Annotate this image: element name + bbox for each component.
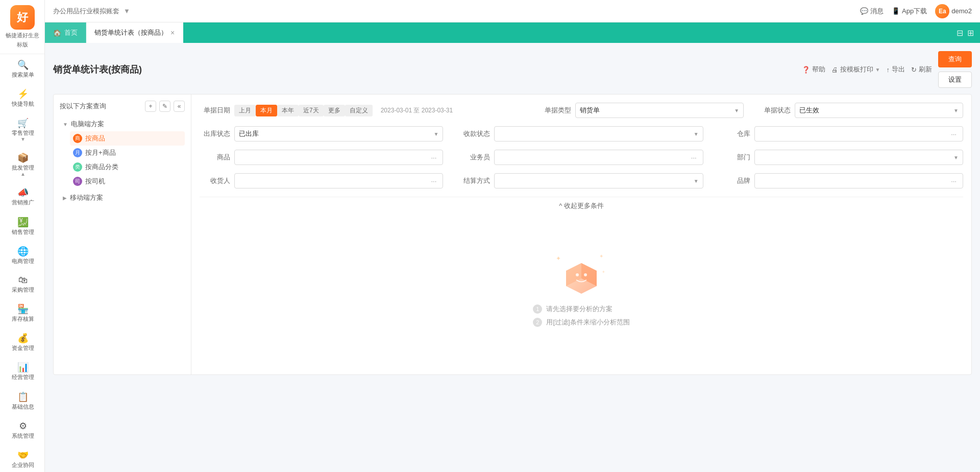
- sidebar-item-marketing[interactable]: 📣 营销推广: [0, 182, 44, 211]
- date-btn-7days[interactable]: 近7天: [299, 105, 324, 116]
- salesperson-select[interactable]: ···: [494, 150, 703, 165]
- filter-warehouse-status-field: 出库状态 已出库 ▼: [200, 126, 443, 141]
- refresh-btn[interactable]: ↻ 刷新: [911, 65, 932, 74]
- add-icon: +: [149, 103, 152, 110]
- refresh-icon: ↻: [911, 66, 917, 74]
- print-label: 按模板打印: [840, 65, 873, 74]
- warehouse-select[interactable]: 已出库 ▼: [234, 126, 443, 141]
- step-2-number: 2: [533, 318, 542, 327]
- status-select[interactable]: 已生效 ▼: [795, 103, 963, 118]
- export-icon: ↑: [887, 66, 890, 74]
- finance-icon: 💰: [17, 333, 29, 344]
- date-btn-this-year[interactable]: 本年: [277, 105, 299, 116]
- basic-icon: 📋: [17, 391, 29, 403]
- sidebar-label-finance: 资金管理: [12, 345, 34, 351]
- settle-select[interactable]: ▼: [494, 173, 703, 188]
- tab-maximize-btn[interactable]: ⊞: [967, 28, 974, 38]
- marketing-icon: 📣: [17, 187, 29, 198]
- export-btn[interactable]: ↑ 导出: [887, 65, 905, 74]
- storage-select[interactable]: ···: [754, 126, 963, 141]
- help-btn[interactable]: ❓ 帮助: [802, 65, 825, 74]
- print-btn[interactable]: 🖨 按模板打印 ▼: [831, 65, 880, 74]
- tree-parent-mobile[interactable]: ▶ 移动端方案: [60, 191, 185, 205]
- tab-home[interactable]: 🏠 首页: [45, 22, 86, 43]
- empty-state: ✦ ✦ ✦ 1 请先选择要分析的方案 2: [200, 215, 963, 362]
- product-select[interactable]: ···: [234, 150, 443, 165]
- inventory-icon: 🏪: [17, 303, 29, 315]
- by-category-icon: 类: [73, 162, 82, 172]
- filter-panel-header: 按以下方案查询 + ✎ «: [60, 101, 185, 112]
- sidebar-item-quick[interactable]: ⚡ 快捷导航: [0, 83, 44, 112]
- sidebar-item-sales[interactable]: 💹 销售管理: [0, 211, 44, 241]
- receiver-select[interactable]: ···: [234, 173, 443, 188]
- filter-collapse-btn[interactable]: «: [174, 101, 185, 112]
- tree-child-by-product[interactable]: 商 按商品: [70, 131, 185, 146]
- tab-minimize-btn[interactable]: ⊟: [957, 28, 963, 38]
- tree-child-by-category[interactable]: 类 按商品分类: [70, 160, 185, 174]
- messages-btn[interactable]: 💬 消息: [860, 7, 884, 16]
- sidebar-label-marketing: 营销推广: [12, 199, 34, 206]
- storage-dots[interactable]: ···: [949, 130, 959, 138]
- brand-select[interactable]: ···: [754, 173, 963, 188]
- filter-edit-btn[interactable]: ✎: [159, 101, 170, 112]
- page-title: 销货单统计表(按商品): [53, 63, 142, 76]
- filter-status-field: 单据状态 已生效 ▼: [760, 103, 963, 118]
- product-label: 商品: [200, 153, 230, 162]
- department-label: 部门: [720, 153, 750, 162]
- page-inner: 销货单统计表(按商品) ❓ 帮助 🖨 按模板打印 ▼ ↑ 导出: [45, 43, 980, 383]
- sidebar-item-inventory[interactable]: 🏪 库存核算: [0, 298, 44, 327]
- sidebar-item-system[interactable]: ⚙ 系统管理: [0, 415, 44, 444]
- type-arrow: ▼: [734, 108, 739, 113]
- sidebar-item-basic[interactable]: 📋 基础信息: [0, 386, 44, 415]
- brand-dots[interactable]: ···: [949, 177, 959, 185]
- header-right: 💬 消息 📱 App下载 Ea demo2: [860, 4, 972, 18]
- department-select[interactable]: ▼: [754, 150, 963, 165]
- collapse-bar[interactable]: ^ 收起更多条件: [200, 197, 963, 215]
- tree-parent-desktop[interactable]: ▼ 电脑端方案: [60, 117, 185, 131]
- date-btn-last-month[interactable]: 上月: [234, 105, 256, 116]
- tab-close-btn[interactable]: ×: [170, 29, 175, 37]
- date-btn-more[interactable]: 更多: [324, 105, 345, 116]
- warehouse-label: 出库状态: [200, 129, 230, 138]
- page-actions: ❓ 帮助 🖨 按模板打印 ▼ ↑ 导出 ↻ 刷新: [802, 51, 972, 88]
- by-category-label: 按商品分类: [85, 162, 118, 172]
- search-nav-icon: 🔍: [17, 59, 29, 70]
- filter-add-btn[interactable]: +: [145, 101, 156, 112]
- tree-child-by-month-product[interactable]: 月 按月+商品: [70, 146, 185, 160]
- app-download-btn[interactable]: 📱 App下载: [892, 7, 927, 16]
- receiver-label: 收货人: [200, 176, 230, 185]
- date-btn-this-month[interactable]: 本月: [256, 105, 277, 116]
- two-panel: 按以下方案查询 + ✎ «: [53, 94, 972, 375]
- date-btn-custom[interactable]: 自定义: [345, 105, 373, 116]
- export-label: 导出: [892, 65, 905, 74]
- warehouse-arrow: ▼: [433, 131, 438, 137]
- header-dropdown-icon[interactable]: ▼: [124, 7, 130, 15]
- sidebar-item-ecommerce[interactable]: 🌐 电商管理: [0, 241, 44, 270]
- query-button[interactable]: 查询: [938, 51, 972, 67]
- tab-report[interactable]: 销货单统计表（按商品） ×: [86, 22, 183, 43]
- settings-button[interactable]: 设置: [938, 72, 972, 88]
- sidebar: 好 畅捷通好生意 标版 🔍 搜索菜单 ⚡ 快捷导航 🛒 零售管理 ▼ 📦 批发管…: [0, 0, 45, 472]
- tree-child-by-cashier[interactable]: 司 按司机: [70, 174, 185, 188]
- sidebar-item-retail[interactable]: 🛒 零售管理 ▼: [0, 112, 44, 147]
- sidebar-item-enterprise[interactable]: 🤝 企业协同: [0, 444, 44, 472]
- product-dots[interactable]: ···: [429, 154, 438, 161]
- salesperson-dots[interactable]: ···: [689, 154, 699, 161]
- step-1-text: 请先选择要分析的方案: [546, 304, 612, 314]
- phone-icon: 📱: [892, 7, 900, 15]
- collapse-icon: «: [178, 103, 181, 110]
- logo-text: 畅捷通好生意: [6, 32, 39, 39]
- date-label: 单据日期: [200, 106, 230, 115]
- sidebar-item-wholesale[interactable]: 📦 批发管理 ▲: [0, 147, 44, 182]
- sidebar-item-search[interactable]: 🔍 搜索菜单: [0, 54, 44, 83]
- by-cashier-icon: 司: [73, 177, 82, 186]
- collect-select[interactable]: ▼: [494, 126, 703, 141]
- sidebar-item-operation[interactable]: 📊 经营管理: [0, 357, 44, 386]
- filter-storage-field: 仓库 ···: [720, 126, 963, 141]
- user-profile[interactable]: Ea demo2: [935, 4, 972, 18]
- receiver-dots[interactable]: ···: [429, 177, 438, 185]
- type-select[interactable]: 销货单 ▼: [575, 103, 744, 118]
- sidebar-item-purchase[interactable]: 🛍 采购管理: [0, 270, 44, 298]
- tab-home-label: 首页: [64, 28, 78, 37]
- sidebar-item-finance[interactable]: 💰 资金管理: [0, 327, 44, 357]
